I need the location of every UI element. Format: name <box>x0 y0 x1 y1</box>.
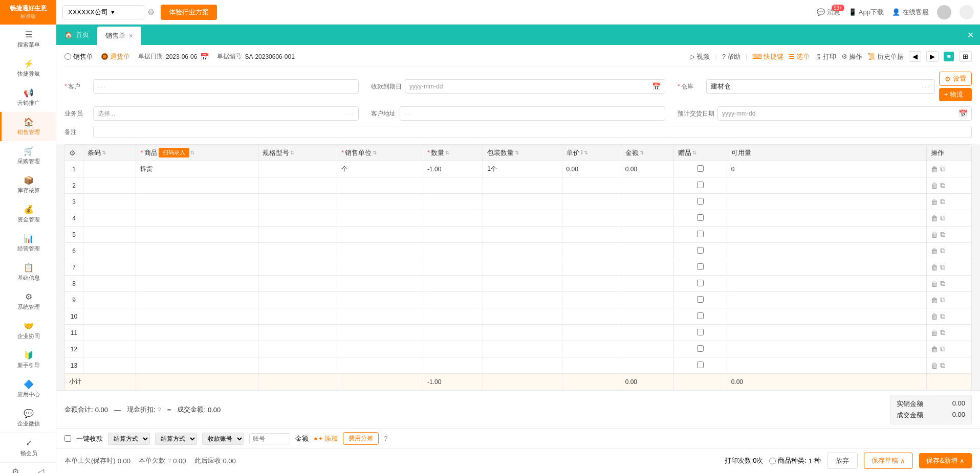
row1-price[interactable]: 0.00 <box>562 161 621 177</box>
table-config-icon[interactable]: ⚙ <box>69 149 76 157</box>
product-kind-selector[interactable]: 商品种类: 1 种 <box>769 456 821 465</box>
app-download-item[interactable]: 📱 App下载 <box>848 8 884 17</box>
user-avatar[interactable] <box>937 5 951 19</box>
message-icon-item[interactable]: 💬 消息 99+ <box>817 8 840 17</box>
sidebar-item-shortcut[interactable]: ⚡ 快捷导航 <box>0 54 56 83</box>
row10-copy-btn[interactable]: ⧉ <box>940 312 945 321</box>
one-click-checkbox[interactable] <box>64 435 71 442</box>
expense-btn[interactable]: 费用分摊 <box>343 432 379 445</box>
row6-delete-btn[interactable]: 🗑 <box>931 246 938 255</box>
tab-close-icon[interactable]: ✕ <box>128 33 133 39</box>
tab-bar-close-icon[interactable]: ✕ <box>967 30 974 40</box>
row1-product[interactable]: 拆货 <box>136 161 258 177</box>
sidebar-item-finance[interactable]: 💰 资金管理 <box>0 199 56 229</box>
add-payment-button[interactable]: ● + 添加 <box>314 434 338 443</box>
warehouse-input[interactable]: 建材仓 ··· <box>706 79 935 94</box>
prev-btn[interactable]: ◀ <box>909 51 921 62</box>
tab-home[interactable]: 🏠 首页 <box>56 25 97 45</box>
radio-return-input[interactable] <box>101 53 108 60</box>
payment-calc-select[interactable]: 结算方式 <box>155 433 197 445</box>
trial-button[interactable]: 体验行业方案 <box>161 5 217 20</box>
tool-video[interactable]: ▷ 视频 <box>690 52 710 61</box>
row1-copy-btn[interactable]: ⧉ <box>940 165 945 173</box>
tool-history[interactable]: 📜 历史单据 <box>867 52 904 61</box>
user-avatar2[interactable] <box>960 5 974 19</box>
sidebar-item-sales[interactable]: 🏠 销售管理 <box>0 112 56 141</box>
sidebar-item-enterprise[interactable]: 🤝 企业协同 <box>0 316 56 345</box>
tool-operate[interactable]: ⚙ 操作 <box>841 52 862 61</box>
save-new-button[interactable]: 保存&新增 ∧ <box>919 453 972 468</box>
delivery-calendar-icon[interactable]: 📅 <box>959 109 967 118</box>
customer-input[interactable]: ··· <box>93 79 359 94</box>
row10-delete-btn[interactable]: 🗑 <box>931 312 938 321</box>
row3-copy-btn[interactable]: ⧉ <box>940 197 945 206</box>
row1-gift[interactable] <box>674 161 727 177</box>
tool-help[interactable]: ? 帮助 <box>722 52 741 61</box>
row1-qty[interactable]: -1.00 <box>423 161 483 177</box>
scan-button[interactable]: 扫码录入 <box>159 148 189 157</box>
row2-delete-btn[interactable]: 🗑 <box>931 181 938 190</box>
row8-copy-btn[interactable]: ⧉ <box>940 279 945 288</box>
sidebar-item-search[interactable]: ☰ 搜索菜单 <box>0 25 56 54</box>
row1-pkg[interactable]: 1个 <box>483 161 562 177</box>
sidebar-item-system[interactable]: ⚙ 系统管理 <box>0 287 56 316</box>
payment-account-select[interactable]: 收款账号 <box>202 433 244 445</box>
row12-delete-btn[interactable]: 🗑 <box>931 345 938 353</box>
sidebar-item-basic[interactable]: 📋 基础信息 <box>0 258 56 287</box>
sidebar-item-guide[interactable]: 🔰 新手引导 <box>0 345 56 374</box>
row1-unit[interactable]: 个 <box>337 161 423 177</box>
logistics-button[interactable]: + 物流 <box>939 88 972 101</box>
abandon-button[interactable]: 放弃 <box>827 453 858 469</box>
row6-copy-btn[interactable]: ⧉ <box>940 246 945 255</box>
account-input[interactable] <box>249 433 290 444</box>
tool-shortcuts[interactable]: ⌨ 快捷键 <box>752 52 783 61</box>
row11-copy-btn[interactable]: ⧉ <box>940 328 945 337</box>
radio-sales-input[interactable] <box>64 53 71 60</box>
sidebar-item-operations[interactable]: 📊 经营管理 <box>0 229 56 258</box>
notes-input[interactable] <box>93 126 972 138</box>
row1-delete-btn[interactable]: 🗑 <box>931 165 938 173</box>
customer-address-input[interactable]: ··· <box>400 106 665 121</box>
discount-help-icon[interactable]: ? <box>158 406 161 414</box>
radio-return[interactable]: 退货单 <box>101 52 130 61</box>
row1-barcode[interactable] <box>83 161 136 177</box>
delivery-date-input[interactable]: yyyy-mm-dd 📅 <box>717 106 972 121</box>
next-btn[interactable]: ▶ <box>926 51 939 62</box>
bill-debt-help-icon[interactable]: ? <box>167 457 171 465</box>
collect-calendar-icon[interactable]: 📅 <box>652 82 661 91</box>
row7-copy-btn[interactable]: ⧉ <box>940 263 945 272</box>
sidebar-item-inventory[interactable]: 📦 库存核算 <box>0 170 56 199</box>
tool-select[interactable]: ☰ 选单 <box>789 52 810 61</box>
row13-delete-btn[interactable]: 🗑 <box>931 361 938 370</box>
row8-delete-btn[interactable]: 🗑 <box>931 279 938 288</box>
row5-delete-btn[interactable]: 🗑 <box>931 230 938 239</box>
row2-copy-btn[interactable]: ⧉ <box>940 181 945 190</box>
sidebar-item-marketing[interactable]: 📢 营销推广 <box>0 83 56 112</box>
row1-amount[interactable]: 0.00 <box>621 161 673 177</box>
payment-method-select[interactable]: 结算方式 <box>108 433 150 445</box>
row3-delete-btn[interactable]: 🗑 <box>931 197 938 206</box>
tab-sales[interactable]: 销售单 ✕ <box>97 27 141 45</box>
sidebar-item-member[interactable]: ✓ 畅会员 <box>0 433 56 462</box>
collect-date-input[interactable]: yyyy-mm-dd 📅 <box>405 79 665 94</box>
row12-copy-btn[interactable]: ⧉ <box>940 345 945 353</box>
settings-bottom-icon[interactable]: ⚙ <box>12 467 19 473</box>
product-kind-radio[interactable] <box>769 458 776 464</box>
date-calendar-icon[interactable]: 📅 <box>200 53 209 61</box>
radio-sales[interactable]: 销售单 <box>64 52 93 61</box>
row1-spec[interactable] <box>258 161 337 177</box>
save-draft-button[interactable]: 保存草稿 ∧ <box>864 453 913 469</box>
row4-delete-btn[interactable]: 🗑 <box>931 214 938 222</box>
salesperson-input[interactable]: 选择... ··· <box>93 106 359 121</box>
row7-delete-btn[interactable]: 🗑 <box>931 263 938 272</box>
row11-delete-btn[interactable]: 🗑 <box>931 328 938 337</box>
grid-view-btn[interactable]: ⊞ <box>959 51 972 62</box>
row9-copy-btn[interactable]: ⧉ <box>940 296 945 304</box>
settings-gear-icon[interactable]: ⚙ <box>147 7 155 17</box>
row5-copy-btn[interactable]: ⧉ <box>940 230 945 239</box>
online-service-item[interactable]: 👤 在线客服 <box>892 8 929 17</box>
sidebar-item-appstore[interactable]: 🔷 应用中心 <box>0 374 56 403</box>
row9-delete-btn[interactable]: 🗑 <box>931 296 938 304</box>
company-selector[interactable]: XXXXXX公司 ▾ <box>62 5 144 19</box>
sidebar-item-wechat[interactable]: 💬 企业微信 <box>0 403 56 433</box>
